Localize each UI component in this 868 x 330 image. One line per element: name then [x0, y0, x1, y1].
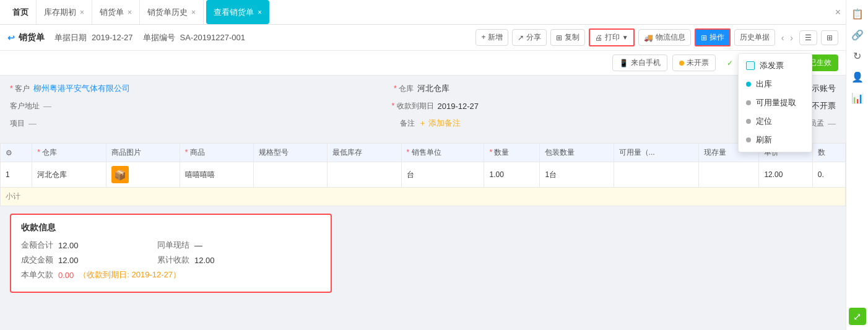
locate-dot [746, 119, 751, 124]
tab-history[interactable]: 销货单历史 × [140, 0, 204, 24]
sidebar-link-icon[interactable]: 🔗 [849, 26, 866, 43]
form-row-1: 客户 柳州粤港平安气体有限公司 仓库 河北仓库 业务员 演示账号 [10, 83, 836, 94]
subtotal-row: 小计 [1, 188, 846, 206]
cumulative-label: 累计收款 [157, 254, 189, 266]
deal-amount-label: 成交金额 [21, 254, 53, 266]
table-row: 1 河北仓库 📦 嘻嘻嘻嘻 台 1.00 1台 12.00 0. [1, 162, 846, 188]
logistics-icon: 🚚 [644, 33, 653, 42]
available-qty-dot [746, 100, 751, 105]
product-image: 📦 [111, 166, 129, 183]
next-arrow[interactable]: › [788, 32, 796, 44]
customer-field: 客户 柳州粤港平安气体有限公司 [10, 83, 379, 94]
payment-row-1: 金额合计 12.00 同单现结 — [21, 240, 321, 251]
copy-icon: ⊞ [556, 33, 562, 42]
cumulative-value: 12.00 [194, 256, 215, 265]
row-pack-qty: 1台 [540, 162, 614, 188]
deal-amount-value: 12.00 [58, 256, 79, 265]
dropdown-refresh[interactable]: 刷新 [739, 131, 812, 149]
phone-icon: 📱 [619, 59, 628, 67]
sidebar-expand-icon[interactable]: ⤢ [849, 308, 866, 325]
customer-label: 客户 [10, 84, 30, 94]
note-label: 备注 [400, 118, 415, 129]
product-table: ⚙ 仓库 商品图片 商品 规格型号 最低库存 销售单位 数量 包装数量 可用量（… [0, 143, 846, 206]
dropdown-locate[interactable]: 定位 [739, 112, 812, 131]
warehouse-label: 仓库 [394, 84, 414, 94]
payment-date-field: 收款到期日 2019-12-27 [392, 101, 759, 111]
same-order-value: — [194, 241, 202, 250]
total-amount-value: 12.00 [58, 241, 79, 250]
share-icon: ↗ [518, 33, 524, 42]
operation-button[interactable]: ⊞ 操作 [695, 28, 731, 46]
row-price: 12.00 [759, 162, 812, 188]
add-note-button[interactable]: ＋ 添加备注 [419, 118, 461, 129]
dropdown-outbound[interactable]: 出库 [739, 75, 812, 93]
customer-value[interactable]: 柳州粤港平安气体有限公司 [33, 83, 130, 94]
plus-icon: ＋ [419, 118, 427, 129]
payment-row-2: 成交金额 12.00 累计收款 12.00 [21, 254, 321, 266]
sidebar-chart-icon[interactable]: 📊 [849, 89, 866, 106]
payment-date-value: 2019-12-27 [438, 102, 479, 111]
project-label: 项目 [10, 118, 25, 129]
tab-bar: 首页 库存期初 × 销货单 × 销货单历史 × 查看销货单 × × [0, 0, 846, 25]
print-icon: 🖨 [595, 33, 602, 42]
print-button[interactable]: 🖨 打印 ▼ [589, 28, 635, 46]
col-available: 可用量（... [614, 144, 699, 162]
payment-info-box: 收款信息 金额合计 12.00 同单现结 — 成交金额 12.00 累计收款 1… [10, 214, 332, 293]
nav-arrows: ‹ › [779, 32, 796, 44]
form-row-3: 项目 — 备注 ＋ 添加备注 业务员孟 — [10, 118, 836, 129]
warehouse-value: 河北仓库 [417, 83, 449, 94]
doc-header: ↩ 销货单 单据日期 2019-12-27 单据编号 SA-20191227-0… [0, 25, 846, 51]
ticket-type-value: 不开票 [812, 100, 836, 111]
share-button[interactable]: ↗ 分享 [512, 29, 547, 46]
tab-inventory[interactable]: 库存期初 × [37, 0, 92, 24]
new-button[interactable]: + 新增 [475, 29, 508, 46]
tab-view-sales-close[interactable]: × [258, 8, 262, 17]
sub-toolbar: 📱 来自手机 未开票 ✓ ✓ 已核销 ✓ 已生效 [0, 51, 846, 76]
form-section: 客户 柳州粤港平安气体有限公司 仓库 河北仓库 业务员 演示账号 客户地址 — … [0, 76, 846, 143]
window-close-button[interactable]: × [835, 7, 841, 18]
logistics-button[interactable]: 🚚 物流信息 [638, 29, 691, 46]
col-gear[interactable]: ⚙ [1, 144, 32, 162]
tab-sales[interactable]: 销货单 × [92, 0, 140, 24]
tab-home[interactable]: 首页 [5, 0, 37, 24]
sidebar-doc-icon[interactable]: 📋 [849, 5, 866, 22]
doc-meta: 单据日期 2019-12-27 单据编号 SA-20191227-001 [54, 32, 245, 43]
prev-arrow[interactable]: ‹ [779, 32, 787, 44]
row-spec [254, 162, 328, 188]
same-order-field: 同单现结 — [157, 240, 269, 251]
row-qty: 1.00 [484, 162, 540, 188]
address-value: — [43, 102, 51, 111]
not-open-button[interactable]: 未开票 [672, 54, 716, 71]
sidebar-user-icon[interactable]: 👤 [849, 68, 866, 85]
operation-icon: ⊞ [701, 33, 707, 42]
tab-sales-close[interactable]: × [128, 8, 132, 17]
row-amount: 0. [812, 162, 845, 188]
address-label: 客户地址 [10, 101, 40, 111]
col-warehouse: 仓库 [32, 144, 106, 162]
history-button[interactable]: 历史单据 [734, 29, 775, 46]
view-list-button[interactable]: ☰ [799, 30, 817, 45]
copy-button[interactable]: ⊞ 复制 [550, 29, 585, 46]
deal-amount-field: 成交金额 12.00 [21, 254, 132, 266]
view-grid-button[interactable]: ⊞ [821, 30, 838, 45]
gear-icon: ⚙ [6, 149, 12, 157]
row-index: 1 [1, 162, 32, 188]
row-stock [699, 162, 759, 188]
add-invoice-icon [746, 61, 755, 70]
sidebar-refresh-icon[interactable]: ↻ [849, 47, 866, 64]
overdue-label: 本单欠款 [21, 269, 53, 280]
tab-view-sales[interactable]: 查看销货单 × [206, 0, 269, 24]
note-field: 备注 ＋ 添加备注 [400, 118, 775, 129]
row-min-stock [328, 162, 401, 188]
tab-history-close[interactable]: × [191, 8, 196, 17]
check-icon-button[interactable]: ✓ [721, 56, 739, 70]
dropdown-add-invoice[interactable]: 添发票 [739, 56, 812, 75]
subtotal-label: 小计 [1, 188, 846, 206]
doc-toolbar: + 新增 ↗ 分享 ⊞ 复制 🖨 打印 ▼ 🚚 物流信息 ⊞ 操作 [475, 28, 838, 46]
col-amount: 数 [812, 144, 845, 162]
dropdown-available-qty[interactable]: 可用量提取 [739, 93, 812, 112]
tab-inventory-close[interactable]: × [80, 8, 84, 17]
overdue-field: 本单欠款 0.00 （收款到期日: 2019-12-27） [21, 269, 181, 280]
from-phone-button[interactable]: 📱 来自手机 [612, 54, 667, 71]
doc-title: ↩ 销货单 [7, 32, 45, 43]
